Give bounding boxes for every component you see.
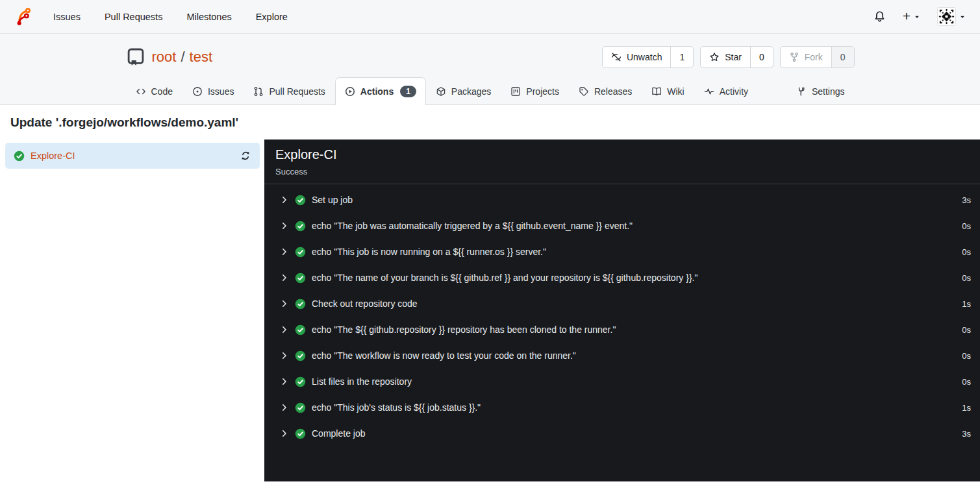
tab-label: Issues — [208, 86, 234, 97]
job-status: Success — [275, 167, 969, 176]
fork-icon — [789, 52, 799, 62]
step-name: Complete job — [312, 428, 956, 439]
fork-button: Fork 0 — [780, 46, 855, 68]
step-duration: 1s — [962, 403, 971, 413]
tab-pull-requests[interactable]: Pull Requests — [244, 77, 334, 104]
top-navbar: Issues Pull Requests Milestones Explore … — [0, 0, 980, 34]
caret-down-icon — [914, 14, 920, 20]
chevron-right-icon[interactable] — [280, 273, 289, 282]
step-name: echo "The ${{ github.repository }} repos… — [312, 324, 956, 335]
step-row[interactable]: echo "The job was automatically triggere… — [280, 213, 971, 239]
unwatch-button[interactable]: Unwatch 1 — [602, 46, 694, 68]
step-name: Check out repository code — [312, 298, 956, 309]
job-name: Explore-CI — [275, 147, 969, 162]
steps-list: Set up job 3s echo "The job was automati… — [264, 184, 980, 446]
step-row[interactable]: echo "The name of your branch is ${{ git… — [280, 265, 971, 291]
forgejo-logo-icon[interactable] — [13, 6, 34, 27]
success-check-icon — [295, 298, 306, 310]
eye-slash-icon — [611, 52, 622, 62]
step-row[interactable]: echo "The ${{ github.repository }} repos… — [280, 317, 971, 343]
tab-packages[interactable]: Packages — [426, 77, 501, 104]
step-name: echo "The workflow is now ready to test … — [312, 350, 956, 361]
success-check-icon — [295, 402, 306, 413]
tab-code[interactable]: Code — [126, 77, 182, 104]
actions-run-view: Update '.forgejo/workflows/demo.yaml' Ex… — [0, 105, 980, 481]
step-duration: 0s — [962, 377, 971, 387]
step-duration: 3s — [962, 429, 971, 439]
unwatch-label: Unwatch — [627, 52, 662, 62]
tab-label: Projects — [526, 86, 559, 97]
tab-settings[interactable]: Settings — [786, 77, 855, 104]
tab-label: Packages — [451, 86, 491, 97]
notifications-button[interactable] — [873, 10, 886, 23]
stars-count[interactable]: 0 — [750, 47, 773, 67]
activity-icon — [704, 86, 714, 97]
success-check-icon — [14, 151, 25, 162]
chevron-right-icon[interactable] — [280, 325, 289, 334]
navbar-item-milestones[interactable]: Milestones — [186, 12, 231, 22]
forks-count: 0 — [831, 47, 854, 67]
tag-icon — [579, 86, 589, 97]
tab-releases[interactable]: Releases — [569, 77, 642, 104]
navbar-item-pull-requests[interactable]: Pull Requests — [105, 12, 162, 22]
star-button[interactable]: Star 0 — [700, 46, 773, 68]
step-duration: 0s — [962, 273, 971, 283]
step-row[interactable]: Set up job 3s — [280, 187, 971, 213]
chevron-right-icon[interactable] — [280, 247, 289, 256]
tab-activity[interactable]: Activity — [694, 77, 758, 104]
success-check-icon — [295, 195, 306, 206]
tab-projects[interactable]: Projects — [501, 77, 569, 104]
actions-count-badge: 1 — [400, 86, 416, 97]
step-duration: 3s — [962, 195, 971, 205]
job-list-item-explore-ci[interactable]: Explore-CI — [5, 143, 260, 169]
step-row[interactable]: echo "The workflow is now ready to test … — [280, 343, 971, 369]
repo-breadcrumb: root/test — [152, 49, 213, 66]
user-menu-button[interactable] — [937, 7, 966, 26]
repo-owner-link[interactable]: root — [152, 49, 177, 65]
job-log-panel: Explore-CI Success Set up job 3s echo "T… — [264, 140, 980, 481]
project-icon — [510, 86, 521, 97]
job-item-label: Explore-CI — [31, 151, 234, 161]
fork-label: Fork — [805, 52, 823, 62]
step-row[interactable]: Check out repository code 1s — [280, 291, 971, 317]
step-row[interactable]: echo "This job's status is ${{ job.statu… — [280, 395, 971, 420]
step-row[interactable]: echo "This job is now running on a ${{ r… — [280, 239, 971, 265]
chevron-right-icon[interactable] — [280, 403, 289, 412]
step-duration: 0s — [962, 325, 971, 335]
tab-label: Activity — [720, 86, 748, 97]
tab-actions[interactable]: Actions 1 — [335, 77, 426, 105]
repo-header: root/test Unwatch 1 — [0, 34, 980, 105]
repository-icon — [126, 47, 145, 67]
step-row[interactable]: Complete job 3s — [280, 420, 971, 446]
chevron-right-icon[interactable] — [280, 429, 289, 438]
navbar-item-explore[interactable]: Explore — [256, 12, 288, 22]
tab-issues[interactable]: Issues — [182, 77, 244, 104]
repo-name-link[interactable]: test — [190, 49, 212, 65]
rerun-icon[interactable] — [240, 150, 251, 162]
success-check-icon — [295, 273, 306, 284]
chevron-right-icon[interactable] — [280, 351, 289, 360]
package-icon — [436, 86, 446, 97]
chevron-right-icon[interactable] — [280, 195, 289, 204]
identicon-avatar — [937, 7, 956, 26]
tab-label: Actions — [360, 86, 394, 97]
step-duration: 0s — [962, 221, 971, 231]
navbar-item-issues[interactable]: Issues — [53, 12, 81, 22]
success-check-icon — [295, 350, 306, 361]
issue-icon — [192, 86, 203, 97]
chevron-right-icon[interactable] — [280, 299, 289, 308]
pull-request-icon — [253, 86, 264, 97]
job-log-header: Explore-CI Success — [264, 140, 980, 184]
chevron-right-icon[interactable] — [280, 221, 289, 230]
chevron-right-icon[interactable] — [280, 377, 289, 386]
step-name: echo "The job was automatically triggere… — [312, 221, 956, 231]
success-check-icon — [295, 324, 306, 335]
star-icon — [709, 52, 720, 62]
tools-icon — [796, 86, 807, 97]
step-row[interactable]: List files in the repository 0s — [280, 369, 971, 395]
watchers-count[interactable]: 1 — [670, 47, 693, 67]
create-new-button[interactable]: + — [903, 11, 920, 23]
plus-icon: + — [903, 9, 911, 23]
success-check-icon — [295, 428, 306, 439]
tab-wiki[interactable]: Wiki — [642, 77, 694, 104]
